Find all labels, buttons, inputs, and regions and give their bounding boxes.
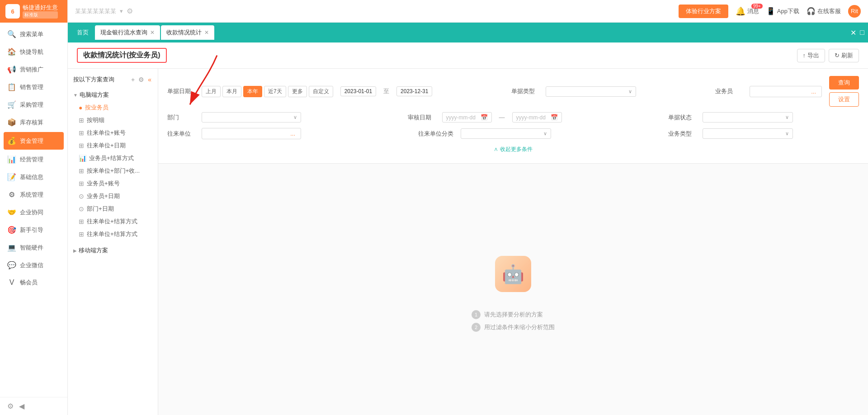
sidebar-label-inventory: 库存核算 (20, 118, 43, 127)
scheme-by-detail[interactable]: ⊞ 按明细 (73, 114, 158, 127)
biztype-label: 业务类型 (668, 130, 695, 138)
cp-date-label: 往来单位+日期 (87, 141, 126, 150)
left-panel-actions: + ⚙ « (130, 75, 152, 84)
sidebar-item-enterprise[interactable]: 🤝 企业协同 (0, 203, 67, 221)
sidebar-item-marketing[interactable]: 📢 营销推广 (0, 61, 67, 78)
scheme-dept-date[interactable]: ⊙ 部门+日期 (73, 203, 158, 215)
sidebar-item-wechat[interactable]: 💬 企业微信 (0, 256, 67, 274)
footer-collapse-icon[interactable]: ◀ (19, 402, 24, 410)
scheme-by-salesperson[interactable]: ● 按业务员 (73, 101, 158, 114)
doctype-select[interactable]: ∨ (546, 86, 636, 97)
sidebar-item-inventory[interactable]: 📦 库存核算 (0, 113, 67, 131)
settings-button[interactable]: 设置 (829, 92, 859, 107)
tab-collection-stats-label: 收款情况统计 (166, 28, 202, 37)
sidebar-item-quicknav[interactable]: 🏠 快捷导航 (0, 43, 67, 61)
scheme-by-dept[interactable]: ⊞ 按来单位+部门+收... (73, 165, 158, 177)
sidebar-label-basic: 基础信息 (20, 173, 43, 181)
date-btn-more[interactable]: 更多 (288, 86, 307, 97)
dept-select[interactable]: ∨ (202, 112, 301, 123)
add-scheme-btn[interactable]: + (130, 75, 136, 84)
scheme-cp-settlement2[interactable]: ⊞ 往来单位+结算方式 (73, 228, 158, 241)
salesperson-dots-btn[interactable]: ... (809, 88, 818, 95)
salesperson-icon: ● (79, 104, 82, 111)
counterparty-input[interactable]: ... (202, 128, 301, 139)
collapse-more-btn[interactable]: ∧ 收起更多条件 (494, 143, 532, 156)
biztype-select[interactable]: ∨ (703, 128, 793, 139)
docstatus-label: 单据状态 (668, 113, 695, 122)
app-download[interactable]: 📱 App下载 (766, 7, 799, 15)
sales-icon: 📋 (7, 83, 16, 91)
date-btn-this-year[interactable]: 本年 (243, 86, 262, 97)
sidebar-item-guide[interactable]: 🎯 新手引导 (0, 221, 67, 239)
date-btn-last-month[interactable]: 上月 (202, 86, 221, 97)
header-dropdown-icon[interactable]: ▾ (120, 8, 123, 14)
review-date-start[interactable]: yyyy-mm-dd 📅 (442, 112, 492, 123)
scheme-sp-date[interactable]: ⊙ 业务员+日期 (73, 190, 158, 203)
tab-maximize-btn[interactable]: □ (860, 28, 864, 37)
finance-icon: 💰 (7, 137, 16, 145)
mobile-expand-arrow: ▶ (73, 248, 77, 253)
page-header: 收款情况统计(按业务员) ↑ 导出 ↻ 刷新 (68, 42, 868, 69)
tab-bank-flow-close[interactable]: ✕ (150, 29, 155, 36)
wechat-icon: 💬 (7, 261, 16, 269)
salesperson-label: 业务员 (715, 87, 742, 95)
tab-bar: 首页 现金银行流水查询 ✕ 收款情况统计 ✕ ✕ □ (68, 23, 868, 42)
docstatus-select[interactable]: ∨ (703, 112, 793, 123)
sidebar-item-member[interactable]: V 畅会员 (0, 274, 67, 291)
scheme-counterparty-date[interactable]: ⊞ 往来单位+日期 (73, 139, 158, 152)
sidebar-label-finance: 资金管理 (20, 137, 43, 145)
desktop-section-toggle[interactable]: ▼ 电脑端方案 (68, 89, 158, 101)
date-start-display: 2023-01-01 (340, 86, 376, 96)
scheme-sp-account[interactable]: ⊞ 业务员+账号 (73, 177, 158, 190)
user-avatar[interactable]: Rit (848, 5, 861, 18)
sidebar-item-purchase[interactable]: 🛒 采购管理 (0, 96, 67, 113)
sidebar-item-basic[interactable]: 📝 基础信息 (0, 168, 67, 186)
empty-area: 🤖 1 请先选择要分析的方案 2 用过滤条件来缩小分析范围 (158, 164, 868, 415)
top-header: 某某某某某某某 ▾ ⚙ 体验行业方案 🔔 消息 99+ 📱 App下载 🎧 在线… (68, 0, 868, 23)
salesperson-input[interactable]: ... (750, 86, 822, 97)
header-left: 某某某某某某某 ▾ ⚙ (75, 7, 133, 15)
sidebar-item-system[interactable]: ⚙ 系统管理 (0, 186, 67, 203)
left-panel-header: 按以下方案查询 + ⚙ « (68, 72, 158, 87)
sidebar-item-search[interactable]: 🔍 搜索菜单 (0, 25, 67, 43)
mobile-section-label: 移动端方案 (79, 246, 108, 255)
sidebar-item-operations[interactable]: 📊 经营管理 (0, 151, 67, 168)
refresh-button[interactable]: ↻ 刷新 (829, 49, 859, 62)
date-btn-this-month[interactable]: 本月 (222, 86, 241, 97)
docstatus-chevron: ∨ (785, 114, 789, 120)
purchase-icon: 🛒 (7, 100, 16, 109)
message-badge[interactable]: 🔔 消息 99+ (736, 6, 759, 16)
collapse-scheme-btn[interactable]: « (147, 75, 152, 84)
tab-collection-stats[interactable]: 收款情况统计 ✕ (161, 25, 214, 40)
export-button[interactable]: ↑ 导出 (797, 49, 826, 62)
mobile-section-toggle[interactable]: ▶ 移动端方案 (68, 244, 158, 257)
sidebar-item-sales[interactable]: 📋 销售管理 (0, 78, 67, 96)
cp-date-icon: ⊞ (79, 142, 84, 149)
sidebar-item-finance[interactable]: 💰 资金管理 (4, 132, 64, 150)
online-service[interactable]: 🎧 在线客服 (807, 7, 841, 15)
sidebar-item-hardware[interactable]: 💻 智能硬件 (0, 239, 67, 256)
tab-close-btn[interactable]: ✕ (850, 28, 856, 37)
date-btn-custom[interactable]: 自定义 (309, 86, 333, 97)
scheme-salesperson-settlement[interactable]: 📊 业务员+结算方式 (73, 152, 158, 165)
date-btn-last7[interactable]: 近7天 (264, 86, 286, 97)
sidebar-label-guide: 新手引导 (20, 226, 43, 234)
tab-collection-stats-close[interactable]: ✕ (204, 29, 209, 36)
sp-acct-icon: ⊞ (79, 180, 84, 187)
detail-icon: ⊞ (79, 117, 84, 124)
query-button[interactable]: 查询 (829, 76, 859, 90)
tab-bank-flow[interactable]: 现金银行流水查询 ✕ (95, 25, 160, 40)
counterparty-dots-btn[interactable]: ... (288, 130, 297, 137)
header-settings-icon[interactable]: ⚙ (127, 7, 133, 15)
cp-category-select[interactable]: ∨ (461, 128, 551, 139)
review-date-end[interactable]: yyyy-mm-dd 📅 (512, 112, 562, 123)
cp-category-label: 往来单位分类 (418, 130, 453, 138)
scheme-cp-settlement[interactable]: ⊞ 往来单位+结算方式 (73, 215, 158, 228)
settings-scheme-btn[interactable]: ⚙ (137, 75, 145, 84)
page-title: 收款情况统计(按业务员) (77, 48, 167, 63)
footer-settings-icon[interactable]: ⚙ (7, 402, 14, 410)
scheme-counterparty-account[interactable]: ⊞ 往来单位+账号 (73, 127, 158, 139)
biztype-chevron: ∨ (785, 131, 789, 137)
trial-button[interactable]: 体验行业方案 (679, 5, 728, 18)
tab-home[interactable]: 首页 (71, 25, 94, 40)
